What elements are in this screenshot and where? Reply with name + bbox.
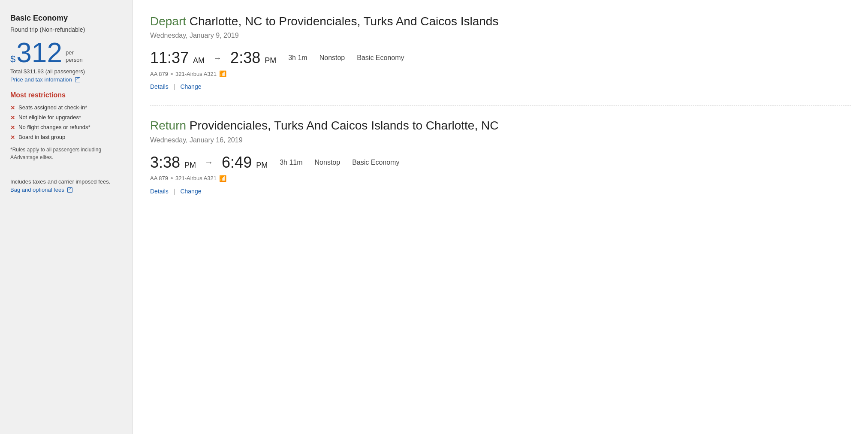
return-fare-class: Basic Economy: [352, 159, 399, 166]
x-icon: ✕: [10, 115, 15, 121]
return-route: Providenciales, Turks And Caicos Islands…: [186, 119, 498, 132]
nonstop-label: Nonstop: [319, 54, 345, 62]
left-panel: Basic Economy Round trip (Non-refundable…: [0, 0, 133, 434]
depart-label: Depart: [150, 15, 186, 28]
total-price: Total $311.93 (all passengers): [10, 68, 122, 75]
aircraft-type: 321-Airbus A321: [175, 71, 217, 77]
tax-info-link[interactable]: Price and tax information: [10, 76, 122, 83]
depart-section: Depart Charlotte, NC to Providenciales, …: [150, 14, 851, 90]
fare-class-label: Basic Economy: [357, 54, 404, 62]
return-change-link[interactable]: Change: [180, 188, 201, 195]
return-depart-ampm: PM: [184, 161, 196, 169]
restriction-item: ✕ Seats assigned at check-in*: [10, 104, 122, 111]
restriction-item: ✕ Not eligible for upgrades*: [10, 114, 122, 121]
dot-separator: [171, 177, 173, 179]
depart-date: Wednesday, January 9, 2019: [150, 32, 851, 39]
link-separator: |: [174, 83, 175, 90]
flight-duration: 3h 1m: [288, 54, 307, 62]
dot-separator: [171, 73, 173, 75]
price-per-person: perperson: [66, 49, 83, 64]
return-section: Return Providenciales, Turks And Caicos …: [150, 118, 851, 194]
fare-type-title: Basic Economy: [10, 14, 122, 23]
x-icon: ✕: [10, 124, 15, 131]
details-link[interactable]: Details: [150, 83, 169, 90]
external-link-icon: [67, 187, 72, 193]
arrive-time: 2:38 PM: [230, 49, 276, 67]
price-dollar-sign: $: [10, 51, 15, 66]
depart-times-row: 11:37 AM → 2:38 PM 3h 1m Nonstop Basic E…: [150, 49, 851, 67]
depart-route: Charlotte, NC to Providenciales, Turks A…: [186, 15, 498, 28]
depart-ampm: AM: [193, 56, 205, 65]
restriction-item: ✕ No flight changes or refunds*: [10, 124, 122, 131]
return-depart-time: 3:38 PM: [150, 154, 196, 172]
return-wifi-icon: 📶: [219, 175, 226, 182]
depart-links: Details | Change: [150, 83, 851, 90]
x-icon: ✕: [10, 134, 15, 141]
return-flight-details: AA 879 321-Airbus A321 📶: [150, 175, 851, 182]
right-panel: Depart Charlotte, NC to Providenciales, …: [133, 0, 868, 434]
depart-flight-details: AA 879 321-Airbus A321 📶: [150, 70, 851, 77]
return-arrive-time: 6:49 PM: [222, 154, 268, 172]
depart-time: 11:37 AM: [150, 49, 205, 67]
restriction-list: ✕ Seats assigned at check-in* ✕ Not elig…: [10, 104, 122, 141]
return-duration: 3h 11m: [280, 159, 302, 166]
return-arrow-icon: →: [205, 157, 213, 167]
x-icon: ✕: [10, 105, 15, 111]
restrictions-title: Most restrictions: [10, 91, 122, 99]
flight-number: AA 879: [150, 71, 168, 77]
flight-arrow-icon: →: [213, 53, 222, 63]
return-date: Wednesday, January 16, 2019: [150, 136, 851, 144]
return-arrive-ampm: PM: [256, 161, 268, 169]
bag-fees-link[interactable]: Bag and optional fees: [10, 187, 122, 193]
price-amount: 312: [16, 39, 62, 66]
section-divider: [150, 105, 851, 106]
return-header: Return Providenciales, Turks And Caicos …: [150, 118, 851, 133]
return-aircraft-type: 321-Airbus A321: [175, 175, 217, 181]
rules-note: *Rules apply to all passengers including…: [10, 146, 122, 161]
trip-type-label: Round trip (Non-refundable): [10, 26, 122, 33]
return-flight-number: AA 879: [150, 175, 168, 181]
restriction-item: ✕ Board in last group: [10, 134, 122, 141]
return-times-row: 3:38 PM → 6:49 PM 3h 11m Nonstop Basic E…: [150, 154, 851, 172]
includes-note: Includes taxes and carrier imposed fees.: [10, 178, 122, 185]
change-link[interactable]: Change: [180, 83, 201, 90]
return-link-separator: |: [174, 188, 175, 195]
wifi-icon: 📶: [219, 70, 226, 77]
return-links: Details | Change: [150, 188, 851, 195]
return-details-link[interactable]: Details: [150, 188, 169, 195]
price-row: $ 312 perperson: [10, 39, 122, 66]
depart-header: Depart Charlotte, NC to Providenciales, …: [150, 14, 851, 29]
return-nonstop-label: Nonstop: [315, 159, 341, 166]
return-label: Return: [150, 119, 186, 132]
external-link-icon: [75, 77, 80, 82]
arrive-ampm: PM: [265, 56, 276, 65]
